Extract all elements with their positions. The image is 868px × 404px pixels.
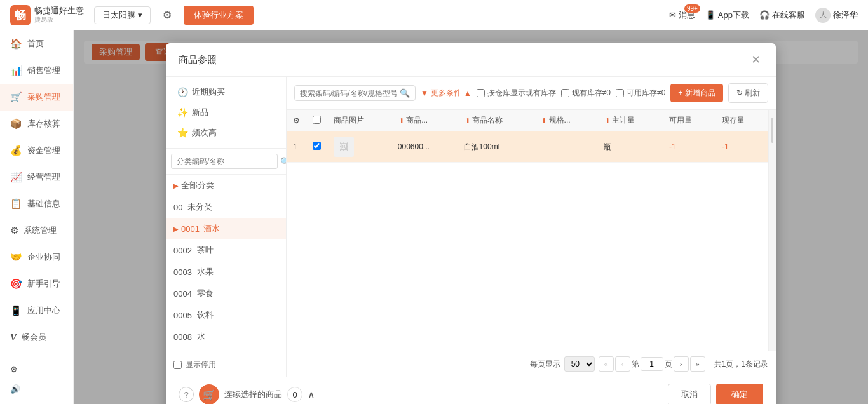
category-code-0002: 0002 (173, 246, 192, 255)
gear-button[interactable]: ⚙ (158, 6, 176, 24)
logo-sub: 捷易版 (34, 15, 84, 24)
footer-collapse-button[interactable]: ∧ (308, 389, 315, 401)
scrollbar-thumb[interactable] (771, 118, 773, 143)
category-search-icon[interactable]: 🔍 (280, 157, 287, 166)
category-0002[interactable]: 0002 茶叶 (166, 239, 286, 261)
modal-overlay: 商品参照 ✕ 🕐 近期购买 ✨ (74, 30, 868, 404)
filter-arrow-icon: ▲ (464, 89, 471, 98)
avatar-icon: 人 (815, 8, 831, 23)
prev-page-button[interactable]: ‹ (615, 356, 630, 372)
sidebar-label-enterprise: 企业协同 (27, 252, 60, 263)
th-code: ⬆ 商品... (391, 110, 458, 131)
show-disabled-checkbox[interactable] (173, 361, 182, 369)
sidebar-item-basic[interactable]: 📋 基础信息 (0, 191, 73, 217)
category-0003[interactable]: 0003 水果 (166, 261, 286, 283)
warehouse-stock-checkbox[interactable] (477, 89, 485, 97)
sidebar-item-member[interactable]: V 畅会员 (0, 324, 73, 351)
top-nav: 畅 畅捷通好生意 捷易版 日太阳膜 ▾ ⚙ 体验行业方案 ✉ 消息 99+ 📱 … (0, 0, 868, 30)
sidebar-item-operation[interactable]: 📈 经营管理 (0, 164, 73, 191)
cell-index: 1 (287, 131, 306, 163)
cancel-button[interactable]: 取消 (668, 384, 711, 404)
sidebar-item-newbie[interactable]: 🎯 新手引导 (0, 271, 73, 297)
category-0005[interactable]: 0005 饮料 (166, 304, 286, 326)
sidebar-volume[interactable]: 🔊 (0, 379, 73, 399)
sidebar-item-enterprise[interactable]: 🤝 企业协同 (0, 244, 73, 271)
category-0008[interactable]: 0008 水 (166, 326, 286, 347)
table-scrollbar[interactable] (768, 110, 776, 351)
current-stock-checkbox[interactable] (561, 89, 569, 97)
th-gear: ⚙ (287, 110, 306, 131)
tab-recent[interactable]: 🕐 近期购买 (171, 82, 281, 102)
home-icon: 🏠 (10, 38, 22, 50)
cell-stock: -1 (715, 131, 768, 163)
last-page-button[interactable]: » (690, 356, 705, 372)
cell-spec (534, 131, 597, 163)
table-row[interactable]: 1 🖼 (287, 131, 768, 163)
sort-icon-unit: ⬆ (605, 117, 610, 124)
brand-label: 日太阳膜 (102, 10, 135, 21)
category-00[interactable]: 00 未分类 (166, 196, 286, 218)
category-0010[interactable]: 0010 家电 (166, 347, 286, 353)
product-search-box: 🔍 (294, 85, 416, 101)
sidebar-item-sales[interactable]: 📊 销售管理 (0, 57, 73, 84)
confirm-button[interactable]: 确定 (716, 384, 763, 404)
cart-button[interactable]: 🛒 (199, 384, 219, 404)
trial-button[interactable]: 体验行业方案 (184, 6, 254, 25)
tab-frequent-label: 频次高 (192, 127, 217, 138)
row-checkbox[interactable] (313, 142, 321, 150)
first-page-button[interactable]: « (599, 356, 614, 372)
sidebar-item-purchase[interactable]: 🛒 采购管理 (0, 84, 73, 111)
help-button[interactable]: ? (179, 387, 194, 402)
table-header-row: ⚙ 商品图片 (287, 110, 768, 131)
column-settings-icon[interactable]: ⚙ (293, 116, 300, 125)
category-code-0001: 0001 (181, 224, 200, 234)
category-search-input[interactable] (171, 154, 278, 169)
available-stock-label: 可用库存≠0 (627, 88, 665, 98)
add-product-button[interactable]: + 新增商品 (670, 84, 722, 102)
select-all-checkbox[interactable] (313, 116, 321, 124)
more-filter-button[interactable]: ▼ 更多条件 ▲ (421, 88, 471, 98)
modal-title: 商品参照 (179, 54, 217, 66)
category-label-0005: 饮料 (197, 309, 214, 321)
app-download-label: App下载 (718, 10, 749, 21)
category-code-00: 00 (173, 203, 182, 212)
logo-icon: 畅 (10, 5, 31, 25)
page-size-select[interactable]: 50 (564, 356, 595, 372)
tab-frequent[interactable]: ⭐ 频次高 (171, 123, 281, 143)
user-area[interactable]: 人 徐泽华 (815, 8, 858, 23)
sidebar-label-operation: 经营管理 (27, 172, 60, 183)
sidebar-item-finance[interactable]: 💰 资金管理 (0, 137, 73, 164)
tab-new[interactable]: ✨ 新品 (171, 102, 281, 123)
modal-close-button[interactable]: ✕ (748, 52, 763, 67)
logo-area: 畅 畅捷通好生意 捷易版 (10, 5, 86, 25)
frequent-icon: ⭐ (177, 128, 188, 138)
sidebar-item-home[interactable]: 🏠 首页 (0, 30, 73, 57)
product-table: ⚙ 商品图片 (287, 110, 768, 163)
page-total-info: 共1页，1条记录 (714, 359, 768, 370)
warehouse-stock-checkbox-group[interactable]: 按仓库显示现有库存 (477, 88, 556, 98)
page-number-input[interactable] (641, 357, 663, 371)
online-service-button[interactable]: 🎧 在线客服 (759, 10, 805, 21)
sidebar-item-apps[interactable]: 📱 应用中心 (0, 297, 73, 324)
available-stock-checkbox[interactable] (616, 89, 624, 97)
tab-new-label: 新品 (192, 107, 208, 118)
refresh-button[interactable]: ↻ 刷新 (728, 83, 768, 103)
category-0001[interactable]: ▶ 0001 酒水 (166, 218, 286, 239)
category-all[interactable]: ▶ 全部分类 (166, 175, 286, 196)
current-stock-checkbox-group[interactable]: 现有库存≠0 (561, 88, 611, 98)
next-page-button[interactable]: › (674, 356, 689, 372)
sidebar-bottom: ⚙ 🔊 (0, 354, 73, 404)
category-code-0008: 0008 (173, 332, 192, 342)
sidebar-item-system[interactable]: ⚙ 系统管理 (0, 217, 73, 244)
product-image: 🖼 (334, 137, 354, 157)
category-0004[interactable]: 0004 零食 (166, 283, 286, 304)
sidebar-settings[interactable]: ⚙ (0, 360, 73, 379)
brand-selector[interactable]: 日太阳膜 ▾ (94, 6, 151, 24)
sidebar-item-inventory[interactable]: 📦 库存核算 (0, 111, 73, 137)
filter-label: 更多条件 (431, 88, 461, 98)
app-download-button[interactable]: 📱 App下载 (705, 10, 749, 21)
message-button[interactable]: ✉ 消息 99+ (669, 10, 695, 21)
search-icon[interactable]: 🔍 (400, 88, 410, 98)
product-search-input[interactable] (300, 89, 397, 98)
available-stock-checkbox-group[interactable]: 可用库存≠0 (616, 88, 665, 98)
